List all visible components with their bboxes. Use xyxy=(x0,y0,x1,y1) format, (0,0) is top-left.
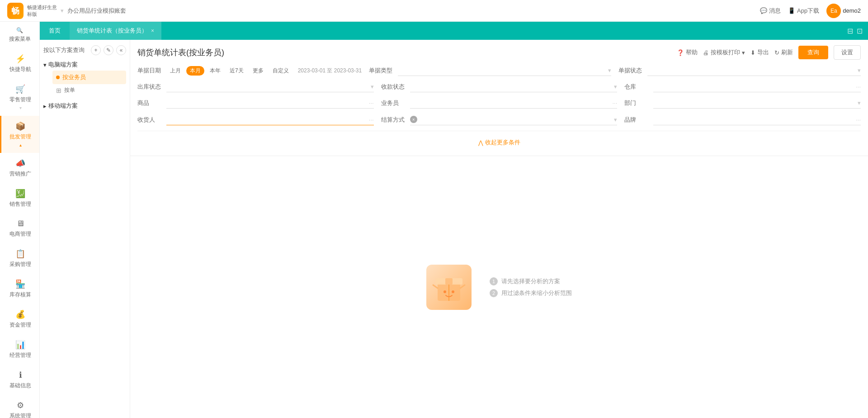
scheme-sub-desktop: 按业务员 ⊞ 按单 xyxy=(43,71,126,96)
tab-bar-right: ⊟ ⊡ xyxy=(847,27,868,35)
scheme-group-mobile-title[interactable]: ▸ 移动端方案 xyxy=(43,100,126,112)
empty-state-icon xyxy=(426,265,472,310)
sidebar-item-finance[interactable]: 💰 资金管理 xyxy=(0,304,39,334)
date-tag-thisyear[interactable]: 本年 xyxy=(206,66,224,76)
sidebar-label-purchase: 采购管理 xyxy=(9,261,31,268)
filter-row-2: 出库状态 ▾ 收款状态 ▾ xyxy=(137,81,861,92)
salesperson-dots: ··· xyxy=(613,100,618,106)
user-name[interactable]: demo2 xyxy=(843,7,861,14)
settlement-select[interactable]: × ▾ xyxy=(410,114,618,125)
settings-button[interactable]: 设置 xyxy=(834,45,861,60)
date-label: 单据日期 xyxy=(137,66,163,75)
settlement-clear-btn[interactable]: × xyxy=(410,116,417,123)
scheme-item-order[interactable]: ⊞ 按单 xyxy=(52,84,126,96)
receiptstatus-select[interactable]: ▾ xyxy=(410,81,618,92)
tab-home[interactable]: 首页 xyxy=(40,22,70,40)
empty-tip-1: 1 请先选择要分析的方案 xyxy=(490,277,572,285)
consignee-select[interactable]: ··· xyxy=(166,114,374,125)
filter-item-salesperson: 业务员 ··· xyxy=(381,98,618,109)
panel-title: 按以下方案查询 + ✎ « xyxy=(43,45,126,55)
product-select[interactable]: ··· xyxy=(166,98,374,109)
panel-tools: + ✎ « xyxy=(91,45,126,55)
help-icon: ❓ xyxy=(677,49,684,56)
sidebar-item-purchase[interactable]: 📋 采购管理 xyxy=(0,243,39,274)
scheme-item-salesperson[interactable]: 按业务员 xyxy=(52,71,126,84)
retail-expand-icon: ▾ xyxy=(19,105,22,110)
doctype-select[interactable]: ▾ xyxy=(398,65,611,76)
sidebar-item-retail[interactable]: 🛒 零售管理 ▾ xyxy=(0,79,39,116)
scheme-dot xyxy=(56,76,60,79)
filter-item-consignee: 收货人 ··· xyxy=(137,114,374,125)
tab-current[interactable]: 销货单统计表（按业务员） × xyxy=(70,22,161,40)
date-tag-7days[interactable]: 近7天 xyxy=(226,66,247,76)
retail-icon: 🛒 xyxy=(15,84,25,94)
sidebar-item-operation[interactable]: 📊 经营管理 xyxy=(0,334,39,365)
brand-select[interactable]: ··· xyxy=(653,114,861,125)
date-tag-more[interactable]: 更多 xyxy=(249,66,267,76)
top-header: 畅 畅捷通好生意 标版 ▾ 办公用品行业模拟账套 💬 消息 📱 App下载 Ea… xyxy=(0,0,868,22)
sales-icon: 💹 xyxy=(15,189,25,199)
warehouse-select[interactable]: ··· xyxy=(653,81,861,92)
tab-minimize-btn[interactable]: ⊟ xyxy=(847,27,853,35)
collapse-area: ⋀ 收起更多条件 xyxy=(137,131,861,150)
outstatus-select[interactable]: ▾ xyxy=(166,81,374,92)
app-download-btn[interactable]: 📱 App下载 xyxy=(788,7,819,15)
tab-maximize-btn[interactable]: ⊡ xyxy=(857,27,863,35)
sidebar-label-sales: 销售管理 xyxy=(9,200,31,208)
avatar: Ea xyxy=(826,4,841,18)
doctype-dropdown-icon: ▾ xyxy=(608,67,611,74)
refresh-btn[interactable]: ↻ 刷新 xyxy=(774,48,793,57)
scheme-group-desktop-title[interactable]: ▾ 电脑端方案 xyxy=(43,59,126,71)
date-tag-lastmonth[interactable]: 上月 xyxy=(166,66,184,76)
breadcrumb[interactable]: 办公用品行业模拟账套 xyxy=(67,7,126,15)
content-area: 按以下方案查询 + ✎ « ▾ 电脑端方案 按业 xyxy=(40,40,868,418)
header-right: 💬 消息 📱 App下载 Ea demo2 xyxy=(760,4,861,18)
sidebar-label-operation: 经营管理 xyxy=(9,352,31,359)
add-scheme-btn[interactable]: + xyxy=(91,45,101,55)
print-btn[interactable]: 🖨 按模板打印 ▾ xyxy=(703,48,745,57)
date-tag-thismonth[interactable]: 本月 xyxy=(186,66,204,76)
sidebar-item-search[interactable]: 🔍 搜索菜单 xyxy=(0,22,39,48)
sidebar-item-basic[interactable]: ℹ 基础信息 xyxy=(0,365,39,395)
box-svg xyxy=(431,269,467,305)
svg-line-6 xyxy=(433,285,438,288)
date-row: 上月 本月 本年 近7天 更多 自定义 2023-03-01 至 2023-03… xyxy=(166,66,362,76)
sidebar-item-ecom[interactable]: 🖥 电商管理 xyxy=(0,214,39,243)
sidebar-item-quicknav[interactable]: ⚡ 快捷导航 xyxy=(0,48,39,79)
help-btn[interactable]: ❓ 帮助 xyxy=(677,48,698,57)
filter-item-dept: 部门 ▾ xyxy=(624,98,861,109)
docstatus-select[interactable]: ▾ xyxy=(647,65,861,76)
tip1-num: 1 xyxy=(490,277,498,285)
header-left: 畅 畅捷通好生意 标版 ▾ 办公用品行业模拟账套 xyxy=(7,3,126,19)
sidebar-item-inventory[interactable]: 🏪 库存核算 xyxy=(0,274,39,304)
filter-item-receiptstatus: 收款状态 ▾ xyxy=(381,81,618,92)
query-button[interactable]: 查询 xyxy=(798,46,828,59)
sidebar: 🔍 搜索菜单 ⚡ 快捷导航 🛒 零售管理 ▾ 📦 批发管理 ▴ 📣 营销推广 💹… xyxy=(0,22,40,418)
sidebar-item-marketing[interactable]: 📣 营销推广 xyxy=(0,153,39,183)
collapse-panel-btn[interactable]: « xyxy=(116,45,126,55)
filter-actions: ❓ 帮助 🖨 按模板打印 ▾ ⬇ 导出 xyxy=(677,45,861,60)
sidebar-item-sales[interactable]: 💹 销售管理 xyxy=(0,183,39,214)
dept-select[interactable]: ▾ xyxy=(653,98,861,109)
tab-close-btn[interactable]: × xyxy=(151,28,154,34)
user-area[interactable]: Ea demo2 xyxy=(826,4,861,18)
message-btn[interactable]: 💬 消息 xyxy=(760,7,781,15)
wholesale-expand-icon: ▴ xyxy=(19,142,22,147)
sidebar-item-system[interactable]: ⚙ 系统管理 xyxy=(0,395,39,418)
date-tag-custom[interactable]: 自定义 xyxy=(269,66,292,76)
sidebar-item-wholesale[interactable]: 📦 批发管理 ▴ xyxy=(0,116,39,153)
sidebar-label-marketing: 营销推广 xyxy=(9,170,31,178)
warehouse-dots: ··· xyxy=(856,83,861,90)
main-layout: 🔍 搜索菜单 ⚡ 快捷导航 🛒 零售管理 ▾ 📦 批发管理 ▴ 📣 营销推广 💹… xyxy=(0,22,868,418)
sidebar-label-system: 系统管理 xyxy=(9,412,31,418)
collapse-btn[interactable]: ⋀ 收起更多条件 xyxy=(137,135,861,150)
export-btn[interactable]: ⬇ 导出 xyxy=(750,48,769,57)
filter-item-date: 单据日期 上月 本月 本年 近7天 更多 自定义 2023-03-01 至 20… xyxy=(137,66,362,76)
edit-scheme-btn[interactable]: ✎ xyxy=(104,45,113,55)
ecom-icon: 🖥 xyxy=(16,219,24,228)
empty-tips: 1 请先选择要分析的方案 2 用过滤条件来缩小分析范围 xyxy=(490,277,572,297)
salesperson-select[interactable]: ··· xyxy=(410,98,618,109)
sidebar-label-basic: 基础信息 xyxy=(9,382,31,390)
sidebar-label-wholesale: 批发管理 xyxy=(9,133,31,141)
right-side: 首页 销货单统计表（按业务员） × ⊟ ⊡ 按以下方案查询 + ✎ « xyxy=(40,22,868,418)
